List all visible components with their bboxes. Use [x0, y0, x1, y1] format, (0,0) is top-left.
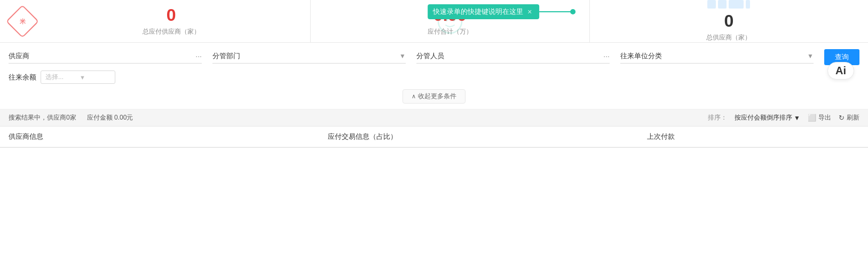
collapse-label: 收起更多条件 [418, 92, 456, 101]
sort-value: 按应付会额倒序排序 [735, 113, 792, 122]
stat-total-suppliers: 0 总供应商（家） [590, 0, 868, 42]
results-bar: 搜索结果中，供应商0家 应付金额 0.00元 排序： 按应付会额倒序排序 ▼ ⬜… [0, 109, 868, 127]
balance-select-chevron: ▼ [80, 74, 111, 81]
refresh-button[interactable]: ↻ 刷新 [839, 113, 859, 122]
stat-total-payable-suppliers: 米 0 总应付供应商（家） [0, 0, 311, 42]
col-payable-header: 应付交易信息（占比） [328, 132, 647, 142]
logo-diamond: 米 [11, 10, 34, 33]
col-lastpay-header: 上次付款 [647, 132, 860, 142]
export-button[interactable]: ⬜ 导出 [808, 113, 831, 122]
payable-suppliers-number: 0 [167, 6, 176, 25]
total-suppliers-number: 0 [724, 12, 733, 30]
tooltip-bar: 快速录单的快捷键说明在这里 × [428, 4, 539, 19]
filter-row-2: 往来余额 选择... ▼ [9, 70, 859, 84]
results-amount: 应付金额 0.00元 [87, 113, 133, 122]
export-icon: ⬜ [808, 114, 816, 122]
sort-select[interactable]: 按应付会额倒序排序 ▼ [735, 113, 800, 122]
unit-class-filter: 往来单位分类 ▼ [620, 51, 814, 64]
results-suppliers: 搜索结果中，供应商0家 [9, 113, 76, 122]
refresh-label: 刷新 [847, 113, 859, 122]
person-label: 分管人员 [416, 51, 444, 61]
collapse-chevron-icon: ∧ [412, 93, 416, 100]
refresh-icon: ↻ [839, 114, 845, 122]
results-summary: 搜索结果中，供应商0家 应付金额 0.00元 [9, 113, 133, 122]
balance-label: 往来余额 [9, 73, 36, 82]
dept-filter: 分管部门 ▼ [212, 51, 406, 64]
results-actions: 排序： 按应付会额倒序排序 ▼ ⬜ 导出 ↻ 刷新 [708, 113, 859, 122]
blue-boxes-icon [707, 0, 750, 9]
balance-select[interactable]: 选择... ▼ [41, 70, 115, 84]
sort-label: 排序： [708, 113, 727, 122]
total-suppliers-label: 总供应商（家） [706, 33, 751, 42]
dept-input[interactable] [244, 52, 399, 60]
dept-label: 分管部门 [212, 51, 240, 61]
person-input[interactable] [448, 52, 603, 60]
collapse-button[interactable]: ∧ 收起更多条件 [403, 89, 465, 104]
unit-class-chevron-icon[interactable]: ▼ [807, 52, 814, 60]
col-supplier-header: 供应商信息 [9, 132, 328, 142]
tooltip-dot [570, 9, 575, 14]
tooltip-text: 快速录单的快捷键说明在这里 [433, 7, 523, 17]
export-label: 导出 [818, 113, 831, 122]
supplier-input[interactable] [40, 52, 195, 60]
table-header: 供应商信息 应付交易信息（占比） 上次付款 [0, 127, 868, 148]
ai-badge[interactable]: Ai [827, 62, 854, 80]
table-body [0, 148, 868, 255]
filter-area: 供应商 ··· 分管部门 ▼ 分管人员 ··· 往来单位分类 ▼ 查询 往来余额… [0, 43, 868, 109]
supplier-more-icon[interactable]: ··· [195, 52, 202, 60]
stat-payable-total: 0.00 应付合计（万） 快速录单的快捷键说明在这里 × [311, 0, 589, 42]
supplier-label: 供应商 [9, 51, 35, 61]
sort-chevron-icon: ▼ [794, 114, 800, 122]
unit-class-input[interactable] [666, 52, 807, 60]
payable-suppliers-label: 总应付供应商（家） [143, 27, 200, 36]
person-filter: 分管人员 ··· [416, 51, 610, 64]
tooltip-close-icon[interactable]: × [527, 7, 532, 16]
dept-chevron-icon[interactable]: ▼ [399, 52, 406, 60]
stats-bar: 米 0 总应付供应商（家） 0.00 应付合计（万） 快速录单的快捷键说明在这里… [0, 0, 868, 43]
supplier-filter: 供应商 ··· [9, 51, 202, 64]
balance-placeholder: 选择... [45, 73, 76, 82]
person-more-icon[interactable]: ··· [603, 52, 610, 60]
filter-row-1: 供应商 ··· 分管部门 ▼ 分管人员 ··· 往来单位分类 ▼ 查询 [9, 49, 859, 65]
unit-class-label: 往来单位分类 [620, 51, 662, 61]
